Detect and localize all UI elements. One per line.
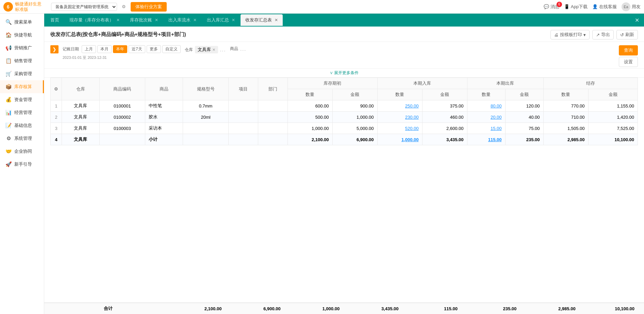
tab-recv-send-summary[interactable]: 收发存汇总表 ✕ [241,14,283,26]
row-spec: 0.7mm [183,100,229,112]
row-in-qty[interactable]: 250.00 [377,100,422,112]
tab-close-stock-dist[interactable]: ✕ [116,18,120,22]
tab-inout-flow[interactable]: 出入库流水 ✕ [164,14,201,26]
subtotal-out-qty: 115.00 [467,134,505,145]
row-open-qty: 500.00 [287,112,332,123]
gear-header[interactable]: ⚙ [51,78,62,100]
row-in-amt: 375.00 [422,100,467,112]
tab-batch-account[interactable]: 库存批次账 ✕ [125,14,163,26]
subtotal-open-amt: 6,900.00 [332,134,377,145]
row-out-qty[interactable]: 20.00 [467,112,505,123]
sidebar-item-sales[interactable]: 📋 销售管理 [0,54,44,67]
row-open-amt: 1,000.00 [332,112,377,123]
close-all-tabs-button[interactable]: ✕ [631,14,643,26]
date-last-7days-btn[interactable]: 近7天 [129,45,145,53]
tab-stock-dist[interactable]: 现存量（库存分布表） ✕ [65,14,125,26]
message-item[interactable]: 💬 消息 6 [544,4,559,10]
row-close-amt: 7,525.00 [588,123,638,134]
warehouse-filter-more[interactable]: ... [220,47,226,52]
sidebar-item-marketing[interactable]: 📢 营销推广 [0,42,44,54]
row-no: 2 [51,112,62,123]
outbound-group-header: 本期出库 [467,78,543,89]
sidebar-item-finance[interactable]: 💰 资金管理 [0,93,44,106]
sidebar-item-operations[interactable]: 📊 经营管理 [0,106,44,119]
subtotal-close-amt: 10,100.00 [588,134,638,145]
sidebar-label-finance: 资金管理 [14,97,32,103]
tab-close-inout-summary[interactable]: ✕ [232,18,235,22]
row-in-qty[interactable]: 520.00 [377,123,422,134]
row-out-qty[interactable]: 15.00 [467,123,505,134]
set-button[interactable]: 设置 [619,57,638,67]
date-filter-label: 记账日期 [63,46,79,52]
row-no: 3 [51,123,62,134]
query-button[interactable]: 查询 [619,45,638,55]
code-col-header: 商品编码 [99,78,145,100]
table-row: 1 文具库 0100001 中性笔 0.7mm 600.00 900.00 25… [51,100,638,112]
user-item[interactable]: Ea 用友 [622,2,641,11]
sys-selector[interactable]: 装备及固定资产辅助管理系统 [51,3,117,11]
basic-info-icon: 📝 [5,122,12,129]
sidebar-item-search[interactable]: 🔍 搜索菜单 [0,16,44,29]
online-service-item[interactable]: 👤 在线客服 [592,4,617,10]
warehouse-tag-close[interactable]: ✕ [212,48,215,52]
subtotal-code [99,134,145,145]
tab-inout-summary[interactable]: 出入库汇总 ✕ [202,14,240,26]
table-footer: 合计 2,100.00 6,900.00 1,000.00 3,435.00 1… [44,302,644,314]
row-in-amt: 2,600.00 [422,123,467,134]
sidebar-item-quick-nav[interactable]: 🏠 快捷导航 [0,29,44,42]
closing-group-header: 结存 [543,78,638,89]
row-close-qty: 710.00 [543,112,588,123]
sidebar-label-inventory: 库存核算 [14,84,32,90]
row-open-qty: 600.00 [287,100,332,112]
sidebar-item-system[interactable]: ⚙ 系统管理 [0,132,44,145]
sidebar-item-purchase[interactable]: 🛒 采购管理 [0,67,44,80]
sidebar-label-quick-nav: 快捷导航 [14,32,32,38]
sidebar-label-operations: 经营管理 [14,110,32,116]
sidebar-item-inventory[interactable]: 📦 库存核算 [0,80,44,93]
sidebar-item-basic-info[interactable]: 📝 基础信息 [0,119,44,132]
goods-filter-more[interactable]: ... [240,46,246,52]
print-button[interactable]: 🖨 按模板打印 ▾ [550,30,590,39]
expand-more-conditions-bar[interactable]: ∨ 展开更多条件 [44,69,644,78]
filter-collapse-button[interactable]: ❯ [50,45,59,53]
row-close-amt: 1,420.00 [588,112,638,123]
logo-icon: 6 [3,2,13,12]
purchase-icon: 🛒 [5,71,12,77]
export-button[interactable]: ↗ 导出 [592,30,614,39]
project-col-header: 项目 [229,78,258,100]
sidebar-label-purchase: 采购管理 [14,71,32,77]
inventory-icon: 📦 [5,84,12,90]
subtotal-label: 小计 [145,134,183,145]
row-name: 中性笔 [145,100,183,112]
tab-close-batch-account[interactable]: ✕ [155,18,158,22]
sidebar-label-basic-info: 基础信息 [14,122,32,129]
row-name: 采访本 [145,123,183,134]
table-row: 3 文具库 0100003 采访本 1,000.00 5,000.00 520.… [51,123,638,134]
tab-close-inout-flow[interactable]: ✕ [193,18,197,22]
sidebar-item-guide[interactable]: 🚀 新手引导 [0,158,44,171]
tab-close-recv-send-summary[interactable]: ✕ [275,18,278,22]
row-no: 1 [51,100,62,112]
row-out-qty[interactable]: 80.00 [467,100,505,112]
trial-button[interactable]: 体验行业方案 [131,2,167,12]
date-this-year-btn[interactable]: 本年 [113,45,127,53]
subtotal-out-amt: 235.00 [505,134,543,145]
tab-home[interactable]: 首页 [46,14,64,26]
settings-icon[interactable]: ⚙ [120,3,127,11]
row-code: 0100001 [99,100,145,112]
sidebar-item-collab[interactable]: 🤝 企业协同 [0,145,44,158]
row-in-qty[interactable]: 230.00 [377,112,422,123]
date-range-display: 2023-01-01 至 2023-12-31 [63,55,181,60]
app-download-item[interactable]: 📱 App下载 [564,4,588,10]
refresh-button[interactable]: ↺ 刷新 [616,30,638,39]
date-last-month-btn[interactable]: 上月 [82,45,96,53]
data-table: ⚙ 仓库 商品编码 商品 规格型号 项目 部门 库存期初 本期入库 本期出库 结… [50,78,638,145]
date-custom-btn[interactable]: 自定义 [162,45,181,53]
warehouse-filter-tag: 文具库 ✕ [195,46,218,53]
date-this-month-btn[interactable]: 本月 [97,45,112,53]
subtotal-open-qty: 2,100.00 [287,134,332,145]
main-layout: 🔍 搜索菜单 🏠 快捷导航 📢 营销推广 📋 销售管理 🛒 采购管理 📦 库存核… [0,14,644,314]
date-more-btn[interactable]: 更多 [147,45,161,53]
row-warehouse: 文具库 [62,123,100,134]
sidebar-label-search: 搜索菜单 [14,19,32,25]
